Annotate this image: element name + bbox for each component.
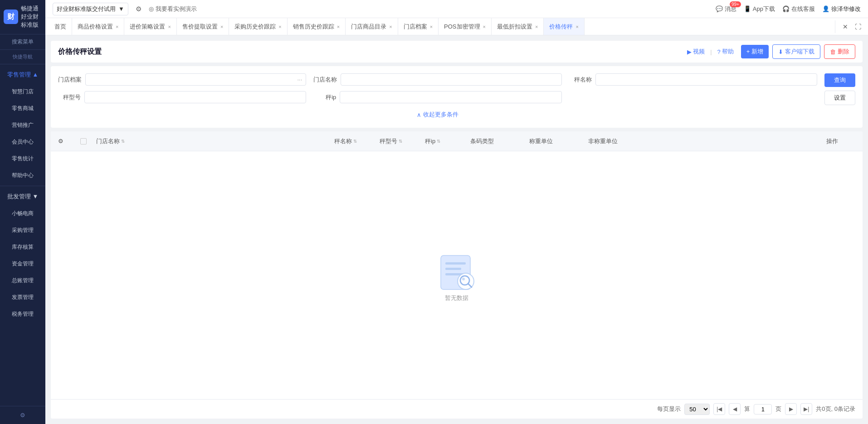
- online-service-button[interactable]: 🎧 在线客服: [782, 5, 815, 13]
- per-page-select[interactable]: 50 20 100: [684, 404, 710, 415]
- select-all-checkbox[interactable]: [80, 138, 87, 145]
- th-store-name-label: 门店名称: [96, 137, 120, 145]
- tab-product-price[interactable]: 商品价格设置 ×: [72, 18, 124, 35]
- table-container: ⚙ 门店名称 ⇅ 秤名称 ⇅ 秤型号 ⇅ 秤ip: [51, 131, 863, 419]
- sort-icon-scale-name[interactable]: ⇅: [353, 139, 357, 144]
- chevron-up-icon: ▲: [33, 71, 39, 78]
- download-icon: ⬇: [778, 48, 783, 55]
- pagination-prev-button[interactable]: ◀: [729, 403, 741, 415]
- search-menu[interactable]: 搜索菜单: [0, 34, 45, 50]
- add-button[interactable]: + 新增: [741, 45, 769, 58]
- download-button[interactable]: ⬇ 客户端下载: [772, 44, 820, 59]
- sidebar-item-marketing[interactable]: 营销推广: [0, 117, 45, 134]
- tab-min-discount[interactable]: 最低折扣设置 ×: [492, 18, 544, 35]
- tab-close-sale-history[interactable]: ×: [337, 24, 340, 29]
- video-link[interactable]: ▶ 视频: [687, 48, 705, 56]
- tab-close-min-discount[interactable]: ×: [535, 24, 538, 29]
- tab-store-catalog[interactable]: 门店商品目录 ×: [346, 18, 398, 35]
- pagination-first-button[interactable]: |◀: [713, 403, 725, 415]
- empty-illustration: [429, 249, 484, 294]
- pagination: 每页显示 50 20 100 |◀ ◀ 算 页 ▶ ▶| 共0页, 0条记录: [51, 399, 863, 419]
- sidebar-item-smart-store[interactable]: 智慧门店: [0, 83, 45, 100]
- user-avatar-icon: 👤: [822, 5, 829, 12]
- total-info: 共0页, 0条记录: [816, 405, 855, 413]
- tab-home-label: 首页: [54, 23, 66, 31]
- set-button[interactable]: 设置: [824, 91, 855, 105]
- tab-close-all-button[interactable]: ✕: [839, 20, 852, 33]
- th-scale-model: 秤型号 ⇅: [376, 133, 421, 150]
- tab-close-pos-mgmt[interactable]: ×: [483, 24, 486, 29]
- scale-name-input[interactable]: [595, 73, 817, 86]
- sidebar-settings-icon[interactable]: ⚙: [0, 406, 45, 424]
- tab-close-store-file[interactable]: ×: [430, 24, 433, 29]
- help-icon: ?: [717, 48, 721, 55]
- sidebar-divider-1: [0, 64, 45, 64]
- tab-close-store-catalog[interactable]: ×: [389, 24, 392, 29]
- tab-store-file[interactable]: 门店档案 ×: [398, 18, 439, 35]
- store-file-label: 门店档案: [58, 76, 82, 84]
- tab-home[interactable]: 首页: [49, 18, 72, 35]
- tab-close-purchase-history[interactable]: ×: [278, 24, 281, 29]
- headset-icon: 🎧: [782, 5, 790, 12]
- th-settings[interactable]: ⚙: [54, 133, 74, 149]
- tab-price-scale[interactable]: 价格传秤 ×: [544, 18, 584, 35]
- sidebar-item-help-center[interactable]: 帮助中心: [0, 167, 45, 184]
- sort-icon-store-name[interactable]: ⇅: [121, 139, 125, 144]
- sort-icon-scale-model[interactable]: ⇅: [399, 139, 402, 144]
- th-checkbox[interactable]: [74, 134, 93, 149]
- svg-rect-1: [445, 262, 466, 265]
- tab-sale-extract[interactable]: 售价提取设置 ×: [177, 18, 229, 35]
- tab-purchase-history[interactable]: 采购历史价跟踪 ×: [229, 18, 287, 35]
- filter-buttons: 查询 设置: [824, 73, 855, 120]
- tab-close-product-price[interactable]: ×: [116, 24, 118, 29]
- topbar: 好业财标准版交付试用 ▼ ⚙ ◎ 我要看实例演示 💬 消息 99+ 📱 App下…: [45, 0, 868, 18]
- sidebar-item-finance-mgmt[interactable]: 资金管理: [0, 255, 45, 272]
- filter-group-store-file: 门店档案 ···: [58, 73, 306, 86]
- tabs-bar: 首页 商品价格设置 × 进价策略设置 × 售价提取设置 × 采购历史价跟踪 × …: [45, 18, 868, 35]
- user-info[interactable]: 👤 徐泽华修改: [822, 5, 861, 13]
- sidebar-item-tax-mgmt[interactable]: 税务管理: [0, 306, 45, 323]
- pagination-last-button[interactable]: ▶|: [800, 403, 812, 415]
- sidebar-item-retail-mgmt[interactable]: 零售管理 ▲: [0, 66, 45, 83]
- th-scale-name: 秤名称 ⇅: [331, 133, 376, 150]
- tab-close-sale-extract[interactable]: ×: [220, 24, 223, 29]
- sidebar-item-retail-mall[interactable]: 零售商城: [0, 100, 45, 117]
- page-number-input[interactable]: [754, 404, 772, 414]
- store-file-input[interactable]: ···: [85, 73, 306, 86]
- sidebar-item-purchase-mgmt[interactable]: 采购管理: [0, 222, 45, 239]
- pagination-next-button[interactable]: ▶: [785, 403, 797, 415]
- sidebar-item-general-ledger[interactable]: 总账管理: [0, 272, 45, 289]
- scale-ip-input[interactable]: [340, 91, 561, 103]
- tab-close-price-scale[interactable]: ×: [575, 24, 578, 29]
- filter-group-scale-name: 秤名称: [569, 73, 817, 86]
- app-download-button[interactable]: 📱 App下载: [744, 5, 775, 13]
- sidebar-item-invoice-mgmt[interactable]: 发票管理: [0, 289, 45, 306]
- tab-close-purchase-strategy[interactable]: ×: [168, 24, 171, 29]
- page-actions: + 新增 ⬇ 客户端下载 🗑 删除: [741, 44, 855, 59]
- sort-icon-scale-ip[interactable]: ⇅: [437, 139, 440, 144]
- sidebar-item-wholesale-mgmt[interactable]: 批发管理 ▼: [0, 188, 45, 205]
- logo-text: 畅捷通好业财 标准版: [21, 5, 42, 29]
- sidebar-item-xiaochang-ecom[interactable]: 小畅电商: [0, 205, 45, 222]
- sidebar-item-inventory[interactable]: 库存核算: [0, 239, 45, 255]
- collapse-button[interactable]: ∧ 收起更多条件: [417, 109, 458, 120]
- tab-sale-history[interactable]: 销售历史价跟踪 ×: [288, 18, 346, 35]
- sidebar-item-member-center[interactable]: 会员中心: [0, 134, 45, 150]
- sidebar-item-retail-stats[interactable]: 零售统计: [0, 150, 45, 167]
- version-selector[interactable]: 好业财标准版交付试用 ▼: [53, 3, 128, 15]
- filter-group-scale-ip: 秤ip: [313, 91, 561, 103]
- version-selector-text: 好业财标准版交付试用: [57, 5, 116, 13]
- query-button[interactable]: 查询: [824, 73, 855, 87]
- tab-purchase-strategy[interactable]: 进价策略设置 ×: [124, 18, 176, 35]
- topbar-settings-icon[interactable]: ⚙: [136, 5, 141, 13]
- phone-icon: 📱: [744, 5, 751, 12]
- scale-model-input[interactable]: [84, 91, 306, 103]
- page-actions-left: ▶ 视频 | ? 帮助: [687, 48, 734, 56]
- tab-expand-button[interactable]: ⛶: [852, 20, 864, 33]
- help-link[interactable]: ? 帮助: [717, 48, 734, 56]
- demo-link[interactable]: ◎ 我要看实例演示: [149, 5, 197, 13]
- tab-pos-mgmt[interactable]: POS加密管理 ×: [439, 18, 492, 35]
- message-button[interactable]: 💬 消息 99+: [716, 5, 736, 13]
- delete-button[interactable]: 🗑 删除: [824, 44, 855, 59]
- store-name-input[interactable]: [341, 73, 561, 86]
